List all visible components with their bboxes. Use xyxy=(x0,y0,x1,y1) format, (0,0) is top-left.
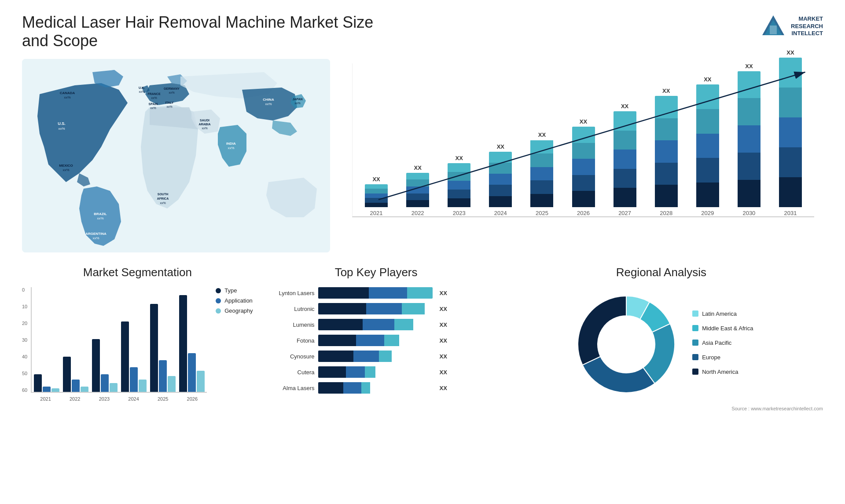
seg-bar-group xyxy=(179,287,205,392)
bar-stack xyxy=(696,84,719,207)
bar-group: XX2029 xyxy=(688,76,727,216)
svg-text:xx%: xx% xyxy=(228,146,234,150)
seg-chart xyxy=(31,287,207,393)
svg-text:xx%: xx% xyxy=(64,95,70,99)
segmentation-section: Market Segmentation 60 50 40 30 20 10 0 … xyxy=(22,266,253,450)
bar-stack xyxy=(779,58,802,207)
seg-bar-group xyxy=(63,287,88,392)
bar-stack xyxy=(406,173,429,207)
svg-text:ARGENTINA: ARGENTINA xyxy=(85,232,107,236)
svg-text:CANADA: CANADA xyxy=(60,91,75,95)
svg-text:xx%: xx% xyxy=(62,168,69,172)
svg-text:xx%: xx% xyxy=(139,90,144,93)
svg-text:FRANCE: FRANCE xyxy=(147,92,160,95)
svg-text:CHINA: CHINA xyxy=(263,98,274,102)
legend-geography: Geography xyxy=(216,307,253,314)
player-name: Alma Lasers xyxy=(266,385,315,391)
seg-bar-group xyxy=(121,287,147,392)
bar-group: XX2030 xyxy=(730,63,768,216)
seg-bar-group xyxy=(92,287,118,392)
bar-group: XX2023 xyxy=(440,155,478,216)
svg-text:xx%: xx% xyxy=(169,91,174,94)
logo: MARKET RESEARCH INTELLECT xyxy=(760,13,823,40)
player-row: LumenisXX xyxy=(266,319,486,330)
svg-text:xx%: xx% xyxy=(202,127,207,130)
svg-text:U.K.: U.K. xyxy=(139,86,145,89)
world-map: CANADA xx% U.S. xx% MEXICO xx% BRAZIL xx… xyxy=(22,59,330,252)
bar-stack xyxy=(489,152,512,207)
svg-text:xx%: xx% xyxy=(151,96,157,99)
seg-year-labels: 2021 2022 2023 2024 2025 2026 xyxy=(31,396,207,402)
svg-text:ITALY: ITALY xyxy=(165,101,173,104)
player-row: CynosureXX xyxy=(266,351,486,362)
player-row: CuteraXX xyxy=(266,366,486,378)
svg-text:AFRICA: AFRICA xyxy=(157,197,169,200)
bar-stack xyxy=(738,71,760,207)
player-bar-track xyxy=(318,335,433,346)
key-players-section: Top Key Players Lynton LasersXXLutronicX… xyxy=(266,266,486,450)
donut-legend-item: Asia Pacific xyxy=(692,340,753,346)
bar-group: XX2031 xyxy=(771,49,810,216)
bar-group: XX2027 xyxy=(606,103,644,216)
bar-stack xyxy=(614,111,636,207)
svg-text:xx%: xx% xyxy=(265,102,272,106)
seg-bar-group xyxy=(34,287,59,392)
player-name: Fotona xyxy=(266,337,315,344)
svg-text:xx%: xx% xyxy=(58,127,65,131)
svg-text:xx%: xx% xyxy=(160,201,165,205)
player-row: LutronicXX xyxy=(266,303,486,314)
bar-group: XX2024 xyxy=(481,143,520,216)
page-header: Medical Laser Hair Removal Machine Marke… xyxy=(22,13,823,50)
player-name: Lynton Lasers xyxy=(266,290,315,296)
seg-chart-wrapper: 60 50 40 30 20 10 0 2021 2022 2023 2024 … xyxy=(22,287,253,402)
bottom-section: Market Segmentation 60 50 40 30 20 10 0 … xyxy=(22,266,823,450)
donut-legend-item: Latin America xyxy=(692,310,753,317)
seg-bars-area: 2021 2022 2023 2024 2025 2026 xyxy=(31,287,207,402)
bar-stack xyxy=(655,96,678,207)
svg-text:SAUDI: SAUDI xyxy=(200,119,209,122)
source-text: Source : www.marketresearchintellect.com xyxy=(500,406,823,411)
player-bar-track xyxy=(318,287,433,299)
player-bar-track xyxy=(318,351,433,362)
bar-group: XX2028 xyxy=(647,88,686,216)
bar-groups: XX2021XX2022XX2023XX2024XX2025XX2026XX20… xyxy=(352,63,814,217)
svg-text:xx%: xx% xyxy=(150,106,156,110)
svg-text:JAPAN: JAPAN xyxy=(292,98,302,101)
svg-text:ARABIA: ARABIA xyxy=(198,123,210,126)
player-row: FotonaXX xyxy=(266,335,486,346)
legend-type: Type xyxy=(216,287,253,294)
svg-text:MEXICO: MEXICO xyxy=(59,164,73,168)
donut-legend-item: Europe xyxy=(692,354,753,361)
donut-area: Latin AmericaMiddle East & AfricaAsia Pa… xyxy=(500,287,823,402)
svg-text:xx%: xx% xyxy=(166,105,172,108)
seg-y-axis: 60 50 40 30 20 10 0 xyxy=(22,287,31,393)
regional-title: Regional Analysis xyxy=(500,266,823,279)
top-section: CANADA xx% U.S. xx% MEXICO xx% BRAZIL xx… xyxy=(22,59,823,252)
player-bar-track xyxy=(318,382,433,394)
player-bar-track xyxy=(318,303,433,314)
players-title: Top Key Players xyxy=(266,266,486,279)
legend-dot-application xyxy=(216,298,221,303)
logo-text: MARKET RESEARCH INTELLECT xyxy=(791,15,823,38)
svg-text:INDIA: INDIA xyxy=(226,142,236,146)
seg-bar-group xyxy=(150,287,176,392)
donut-legend-item: Middle East & Africa xyxy=(692,325,753,332)
svg-text:xx%: xx% xyxy=(294,102,300,105)
bar-stack xyxy=(572,127,595,207)
bar-stack xyxy=(448,163,470,207)
donut-legend-item: North America xyxy=(692,369,753,375)
market-bar-chart: XX2021XX2022XX2023XX2024XX2025XX2026XX20… xyxy=(343,59,823,252)
player-row: Alma LasersXX xyxy=(266,382,486,394)
svg-text:GERMANY: GERMANY xyxy=(164,87,180,90)
player-name: Cutera xyxy=(266,369,315,376)
svg-text:xx%: xx% xyxy=(97,216,103,220)
bar-stack xyxy=(530,140,553,207)
player-name: Lutronic xyxy=(266,306,315,312)
map-svg: CANADA xx% U.S. xx% MEXICO xx% BRAZIL xx… xyxy=(22,59,330,252)
player-name: Cynosure xyxy=(266,353,315,360)
bar-group: XX2026 xyxy=(564,118,603,216)
bar-group: XX2021 xyxy=(357,176,396,216)
player-bar-track xyxy=(318,366,433,378)
bar-group: XX2022 xyxy=(398,164,437,216)
bar-group: XX2025 xyxy=(522,131,561,216)
